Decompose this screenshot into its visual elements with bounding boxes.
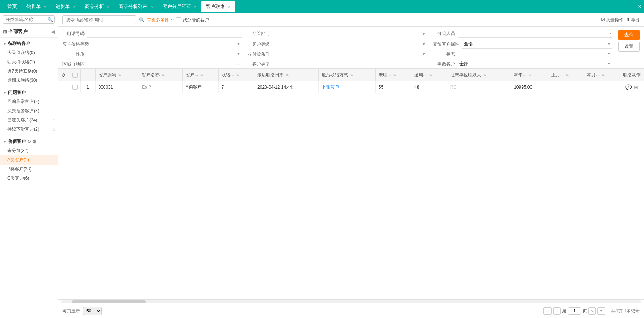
sidebar-item-7days[interactable]: 近7天待联络(0) bbox=[0, 67, 58, 76]
last-page-button[interactable]: » bbox=[597, 307, 606, 315]
sidebar-section-problem-title[interactable]: ▼ 问题客户 bbox=[0, 88, 58, 97]
sidebar-item-overdue[interactable]: 逾期未联络(30) bbox=[0, 76, 58, 85]
nav-customer-layer[interactable]: 客户分层经营 × bbox=[158, 1, 201, 12]
sort-icon-code[interactable]: ⇅ bbox=[118, 73, 121, 77]
my-customer-checkbox-container[interactable]: 我分管的客户 bbox=[176, 17, 209, 23]
sidebar-item-tomorrow[interactable]: 明天待联络(1) bbox=[0, 57, 58, 67]
nav-goods-analysis-list[interactable]: 商品分析列表 × bbox=[114, 1, 157, 12]
filter-select-nature[interactable]: ▼ bbox=[87, 51, 242, 57]
sidebar-item-class-c[interactable]: C类客户(6) bbox=[0, 174, 58, 183]
search-input[interactable] bbox=[62, 15, 136, 24]
filter-select-customer-level[interactable]: ▼ bbox=[273, 41, 427, 47]
next-page-button[interactable]: › bbox=[588, 307, 596, 315]
first-page-button[interactable]: « bbox=[543, 307, 552, 315]
sort-icon-thisyear[interactable]: ⇅ bbox=[528, 73, 531, 77]
sidebar-item-class-b[interactable]: B类客户(33) bbox=[0, 165, 58, 174]
sidebar-item-repurchase-abnormal[interactable]: 回购异常客户(2) ℹ bbox=[0, 97, 58, 106]
filter-label-customer-level: 客户等级 bbox=[248, 41, 270, 47]
row-num: 1 bbox=[80, 81, 95, 93]
batch-icon: ☑ bbox=[601, 17, 605, 22]
nav-goods-analysis-list-close[interactable]: × bbox=[150, 4, 153, 9]
col-checkbox[interactable] bbox=[69, 69, 80, 81]
filter-select-retail-attr[interactable]: 全部 ▼ bbox=[462, 40, 612, 49]
nav-purchase-close[interactable]: × bbox=[73, 4, 75, 9]
sidebar-item-churn-warning[interactable]: 流失预警客户(3) ℹ bbox=[0, 106, 58, 116]
select-all-checkbox[interactable] bbox=[72, 73, 78, 78]
row-last-method-link[interactable]: 下销货单 bbox=[322, 84, 339, 89]
nav-sales-close[interactable]: × bbox=[44, 4, 46, 9]
sort-icon-contact[interactable]: ⇅ bbox=[236, 73, 239, 77]
filter-row-payment: 收付款条件 ▼ bbox=[248, 51, 427, 57]
row-checkbox[interactable] bbox=[69, 81, 80, 93]
calendar-icon[interactable]: ⊞ bbox=[634, 84, 638, 90]
col-unit-contact: 往来单位联系人 ⇅ bbox=[447, 69, 511, 81]
filter-arrow-icon: ∧ bbox=[170, 17, 173, 22]
sort-icon-unitcontact[interactable]: ⇅ bbox=[483, 73, 486, 77]
sidebar-item-today[interactable]: 今天待联络(0) bbox=[0, 48, 58, 57]
filter-input-customer-type[interactable] bbox=[273, 60, 427, 68]
filter-select-status[interactable]: ▼ bbox=[458, 51, 612, 57]
filter-input-phone[interactable] bbox=[87, 30, 242, 38]
nav-home[interactable]: 首页 bbox=[3, 1, 21, 12]
filter-row-retail-attr: 零散客户属性 全部 ▼ bbox=[433, 40, 612, 49]
row-gear bbox=[58, 81, 69, 93]
filter-select-person[interactable]: ··· bbox=[458, 30, 612, 38]
sort-icon-overdue[interactable]: ⇅ bbox=[429, 73, 432, 77]
batch-operation-button[interactable]: ☑ 批量操作 bbox=[601, 17, 623, 23]
settings-button[interactable]: 设置 bbox=[618, 42, 640, 52]
nav-sales[interactable]: 销售单 × bbox=[22, 1, 50, 12]
query-button[interactable]: 查询 bbox=[618, 30, 640, 40]
row-name-value: Ea ? bbox=[142, 85, 151, 90]
sidebar-item-unclassified[interactable]: 未分组(32) bbox=[0, 146, 58, 155]
refresh-icon[interactable]: ↻ bbox=[27, 139, 31, 144]
chevron-down-icon-4: ▼ bbox=[607, 42, 611, 46]
chat-icon[interactable]: 💬 bbox=[625, 84, 632, 90]
row-select-checkbox[interactable] bbox=[72, 85, 78, 90]
nav-goods-analysis[interactable]: 商品分析 × bbox=[80, 1, 114, 12]
sort-icon-name[interactable]: ⇅ bbox=[162, 73, 165, 77]
filter-select-price-level[interactable]: ▼ bbox=[92, 41, 242, 47]
close-all-button[interactable]: × bbox=[638, 3, 641, 10]
per-page-select[interactable]: 50 20 100 bbox=[83, 307, 102, 315]
filter-label-dept: 分管部门 bbox=[248, 31, 270, 37]
horizontal-scrollbar[interactable] bbox=[58, 299, 644, 304]
sidebar-item-declining[interactable]: 持续下滑客户(2) ℹ bbox=[0, 125, 58, 134]
sort-icon-lastmethod[interactable]: ⇅ bbox=[350, 73, 353, 77]
nav-purchase[interactable]: 进货单 × bbox=[51, 1, 79, 12]
action-buttons: 查询 设置 bbox=[618, 30, 640, 68]
col-gear[interactable]: ⚙ bbox=[58, 69, 69, 81]
table-body: 1 000031 Ea ? A类客户 7 2023-04-12 14:44: 下… bbox=[58, 81, 644, 93]
sidebar-item-churned[interactable]: 已流失客户(24) ℹ bbox=[0, 116, 58, 125]
nav-customer-contact-close[interactable]: × bbox=[228, 4, 230, 9]
nav-customer-contact[interactable]: 客户联络 × bbox=[201, 1, 235, 12]
sidebar-section-pending-title[interactable]: ▼ 待联络客户 bbox=[0, 39, 58, 48]
sidebar-item-class-a[interactable]: A类客户(1) bbox=[0, 155, 58, 165]
sort-icon-lastmonth[interactable]: ⇅ bbox=[566, 73, 569, 77]
nav-customer-layer-close[interactable]: × bbox=[194, 4, 196, 9]
sort-icon-lastdate[interactable]: ⇅ bbox=[286, 73, 289, 77]
scroll-thumb[interactable] bbox=[72, 300, 146, 303]
row-unit-contact-value: RE . bbox=[450, 85, 459, 90]
my-customer-checkbox[interactable] bbox=[176, 17, 181, 22]
prev-page-button[interactable]: ‹ bbox=[553, 307, 561, 315]
nav-goods-analysis-close[interactable]: × bbox=[107, 4, 109, 9]
filter-select-region[interactable]: ··· bbox=[92, 60, 242, 68]
filter-row-status: 状态 ▼ bbox=[433, 51, 612, 57]
export-button[interactable]: ⬆ 导出 bbox=[626, 17, 640, 23]
sidebar-all-customers[interactable]: ⊞ 全部客户 ◀ bbox=[0, 26, 58, 38]
filter-select-dept[interactable]: ▼ bbox=[273, 31, 427, 37]
page-number-input[interactable] bbox=[568, 307, 581, 315]
settings-small-icon[interactable]: ⚙ bbox=[32, 139, 36, 144]
sort-icon-thismonth[interactable]: ⇅ bbox=[602, 73, 605, 77]
sidebar-search-input[interactable] bbox=[3, 15, 55, 24]
row-overdue: 48 bbox=[411, 81, 447, 93]
sort-icon-type[interactable]: ⇅ bbox=[200, 73, 203, 77]
row-type: A类客户 bbox=[183, 81, 219, 93]
more-filter-button[interactable]: ▽ 更多条件 ∧ bbox=[147, 17, 173, 23]
filter-select-payment[interactable]: ▼ bbox=[273, 51, 427, 57]
filter-select-retail-customer[interactable]: 全部 ▼ bbox=[458, 60, 612, 68]
sidebar-section-value-title[interactable]: ▼ 价值客户 ↻ ⚙ bbox=[0, 137, 58, 146]
col-this-year-label: 本年... bbox=[514, 72, 526, 77]
pagination-bar: 每页显示 50 20 100 « ‹ 第 页 › » 共1页 1条记录 bbox=[58, 304, 644, 318]
sort-icon-nocontact[interactable]: ⇅ bbox=[393, 73, 396, 77]
